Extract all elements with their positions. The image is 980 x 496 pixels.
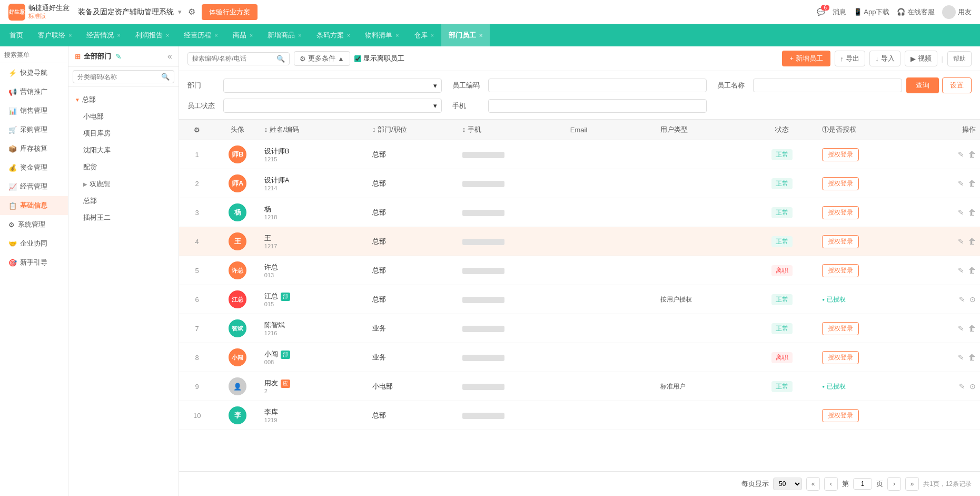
panel-collapse-btn[interactable]: « (167, 52, 172, 61)
dept-node-zongbu-child[interactable]: 总部 (68, 192, 179, 209)
close-tab-department[interactable]: × (479, 32, 482, 38)
view-button[interactable]: ▶ 视频 (905, 51, 937, 66)
auth-button[interactable]: 授权登录 (822, 177, 859, 190)
close-tab-bom[interactable]: × (395, 32, 399, 38)
delete-icon[interactable]: 🗑 (968, 266, 976, 275)
dept-search-input[interactable] (77, 73, 161, 81)
dept-edit-icon[interactable]: ✎ (115, 52, 122, 61)
delete-icon[interactable]: 🗑 (968, 150, 976, 159)
auth-button[interactable]: 授权登录 (822, 206, 859, 219)
gear-button[interactable]: ⚙ (186, 5, 197, 19)
dept-node-shuanglu[interactable]: ▶ 双鹿想 (68, 176, 179, 192)
user-area[interactable]: 用友 (942, 5, 972, 19)
show-resign-label[interactable]: 显示离职员工 (354, 54, 404, 63)
sidebar-item-marketing[interactable]: 📢 营销推广 (0, 82, 68, 101)
dept-node-peihuo[interactable]: 配货 (68, 159, 179, 176)
import-button[interactable]: ↓ 导入 (869, 51, 900, 66)
tab-profit[interactable]: 利润报告 × (128, 24, 176, 46)
close-tab-new-goods[interactable]: × (298, 32, 301, 38)
sidebar-item-guide[interactable]: 🎯 新手引导 (0, 253, 68, 272)
edit-icon[interactable]: ✎ (958, 266, 964, 275)
edit-icon[interactable]: ✎ (958, 353, 964, 362)
close-tab-business[interactable]: × (117, 32, 120, 38)
add-employee-button[interactable]: + 新增员工 (782, 51, 830, 66)
auth-button[interactable]: 授权登录 (822, 235, 859, 248)
close-tab-customer[interactable]: × (68, 32, 72, 38)
trial-button[interactable]: 体验行业方案 (202, 4, 258, 20)
sidebar-item-ops[interactable]: 📈 经营管理 (0, 177, 68, 196)
th-dept[interactable]: ↕ 部门/职位 (368, 120, 458, 140)
tab-customer[interactable]: 客户联络 × (31, 24, 79, 46)
edit-icon[interactable]: ✎ (958, 324, 964, 333)
close-tab-warehouse[interactable]: × (431, 32, 434, 38)
filter-dept-select[interactable]: ▾ (223, 79, 442, 93)
tab-bom[interactable]: 物料清单 × (358, 24, 406, 46)
auth-button[interactable]: 授权登录 (822, 351, 859, 364)
export-button[interactable]: ↑ 导出 (835, 51, 866, 66)
show-resign-checkbox[interactable] (354, 55, 361, 62)
app-download[interactable]: 📱 App下载 (854, 7, 889, 17)
next-page-btn[interactable]: › (887, 477, 901, 491)
sidebar-item-system[interactable]: ⚙ 系统管理 (0, 215, 68, 234)
th-name[interactable]: ↕ 姓名/编码 (260, 120, 368, 140)
dept-node-xiangmu[interactable]: 项目库房 (68, 125, 179, 142)
dept-node-shenyang[interactable]: 沈阳大库 (68, 142, 179, 159)
auth-button[interactable]: 授权登录 (822, 264, 859, 277)
copy-icon[interactable]: ⊙ (969, 295, 976, 304)
tab-barcode[interactable]: 条码方案 × (309, 24, 358, 46)
edit-icon[interactable]: ✎ (958, 237, 964, 246)
th-gear[interactable]: ⚙ (179, 120, 215, 140)
filter-phone-input[interactable] (488, 99, 707, 113)
filter-empstatus-select[interactable]: ▾ (223, 99, 442, 113)
edit-icon[interactable]: ✎ (959, 295, 965, 304)
tab-department[interactable]: 部门员工 × (441, 24, 490, 46)
sidebar-item-basic[interactable]: 📋 基础信息 (0, 196, 68, 215)
query-button[interactable]: 查询 (906, 77, 939, 93)
copy-icon[interactable]: ⊙ (969, 382, 976, 391)
help-button[interactable]: 帮助 (947, 51, 972, 66)
auth-button[interactable]: 授权登录 (822, 322, 859, 335)
sidebar-item-sales[interactable]: 📊 销售管理 (0, 101, 68, 120)
edit-icon[interactable]: ✎ (958, 208, 964, 217)
sidebar-item-nav[interactable]: ⚡ 快捷导航 (0, 63, 68, 82)
first-page-btn[interactable]: « (806, 477, 820, 491)
tab-business[interactable]: 经营情况 × (79, 24, 127, 46)
delete-icon[interactable]: 🗑 (968, 179, 976, 188)
sidebar-item-collab[interactable]: 🤝 企业协同 (0, 234, 68, 253)
close-tab-history[interactable]: × (214, 32, 217, 38)
tab-goods[interactable]: 商品 × (225, 24, 260, 46)
tab-warehouse[interactable]: 仓库 × (407, 24, 441, 46)
sidebar-item-finance[interactable]: 💰 资金管理 (0, 158, 68, 177)
tab-home[interactable]: 首页 (2, 24, 31, 46)
search-input[interactable] (192, 55, 276, 62)
sidebar-search-input[interactable] (4, 51, 68, 59)
close-tab-barcode[interactable]: × (347, 32, 350, 38)
tab-new-goods[interactable]: 新增商品 × (260, 24, 309, 46)
last-page-btn[interactable]: » (905, 477, 919, 491)
delete-icon[interactable]: 🗑 (968, 324, 976, 333)
edit-icon[interactable]: ✎ (958, 150, 964, 159)
prev-page-btn[interactable]: ‹ (824, 477, 838, 491)
edit-icon[interactable]: ✎ (958, 179, 964, 188)
tab-history[interactable]: 经营历程 × (176, 24, 225, 46)
auth-button[interactable]: 授权登录 (822, 409, 859, 422)
sidebar-item-inventory[interactable]: 📦 库存核算 (0, 139, 68, 158)
dept-node-xiaodianbu[interactable]: 小电部 (68, 108, 179, 125)
dept-node-zongbu-parent[interactable]: ▼ 总部 (68, 91, 179, 108)
message-icon[interactable]: 💬 6 (817, 8, 825, 16)
sidebar-item-purchase[interactable]: 🛒 采购管理 (0, 120, 68, 139)
delete-icon[interactable]: 🗑 (968, 353, 976, 362)
delete-icon[interactable]: 🗑 (968, 237, 976, 246)
sys-dropdown-icon[interactable]: ▾ (178, 8, 182, 16)
close-tab-profit[interactable]: × (166, 32, 169, 38)
delete-icon[interactable]: 🗑 (968, 208, 976, 217)
filter-empcode-input[interactable] (488, 79, 707, 92)
more-filter-button[interactable]: ⚙ 更多条件 ▲ (294, 51, 350, 66)
edit-icon[interactable]: ✎ (959, 382, 965, 391)
dept-node-chashuwang[interactable]: 插树王二 (68, 209, 179, 226)
page-input[interactable] (853, 478, 872, 490)
per-page-select[interactable]: 10 20 50 100 (773, 478, 802, 490)
auth-button[interactable]: 授权登录 (822, 148, 859, 161)
th-phone[interactable]: ↕ 手机 (458, 120, 566, 140)
set-button[interactable]: 设置 (942, 77, 972, 93)
